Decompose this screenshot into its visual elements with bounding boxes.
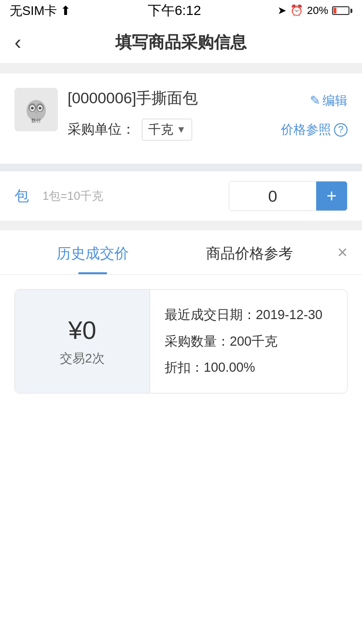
alarm-icon: ⏰: [290, 4, 303, 17]
close-button[interactable]: ×: [328, 244, 348, 261]
svg-point-5: [31, 107, 34, 110]
product-info: [0000006]手撕面包 ✎ 编辑 采购单位： 千克 ▼ 价格参照 ?: [68, 88, 348, 140]
trade-card: ¥0 交易2次 最近成交日期：2019-12-30 采购数量：200千克 折扣：…: [14, 289, 348, 393]
trade-recent-date: 最近成交日期：2019-12-30: [165, 305, 333, 325]
status-right: ➤ ⏰ 20%: [278, 4, 352, 17]
trade-card-left: ¥0 交易2次: [15, 290, 150, 393]
section-divider: [0, 164, 362, 171]
location-icon: ➤: [278, 4, 286, 17]
nav-bar: ‹ 填写商品采购信息: [0, 21, 362, 64]
quantity-input[interactable]: [229, 182, 316, 210]
product-header: 数付 [0000006]手撕面包 ✎ 编辑 采购单位： 千克 ▼: [14, 88, 348, 140]
page-title: 填写商品采购信息: [115, 31, 247, 54]
status-bar: 无SIM卡 ⬆ 下午6:12 ➤ ⏰ 20%: [0, 0, 362, 21]
price-ref-link[interactable]: 价格参照 ?: [281, 121, 348, 138]
trade-price: ¥0: [69, 315, 97, 345]
trade-discount: 折扣：100.00%: [165, 358, 333, 378]
product-name: [0000006]手撕面包: [68, 88, 198, 109]
trade-card-right: 最近成交日期：2019-12-30 采购数量：200千克 折扣：100.00%: [150, 290, 347, 393]
quantity-control: +: [229, 181, 348, 211]
tabs-section: 历史成交价 商品价格参考 × ¥0 交易2次 最近成交日期：2019-12-30…: [0, 230, 362, 644]
tab-history-price[interactable]: 历史成交价: [14, 230, 171, 274]
back-button[interactable]: ‹: [14, 26, 26, 59]
status-time: 下午6:12: [148, 1, 201, 20]
chevron-down-icon: ▼: [176, 124, 186, 135]
quantity-unit-hint: 1包=10千克: [42, 188, 103, 204]
svg-point-6: [39, 107, 42, 110]
help-icon[interactable]: ?: [334, 123, 348, 137]
unit-label: 采购单位：: [68, 122, 135, 137]
quantity-add-button[interactable]: +: [316, 182, 347, 210]
trade-count: 交易2次: [60, 350, 104, 367]
status-left: 无SIM卡 ⬆: [10, 2, 71, 19]
svg-text:数付: 数付: [31, 118, 41, 123]
tab-product-price-ref[interactable]: 商品价格参考: [171, 230, 327, 274]
quantity-row: 包 1包=10千克 +: [0, 171, 362, 221]
trade-purchase-qty: 采购数量：200千克: [165, 332, 333, 351]
product-unit-row: 采购单位： 千克 ▼ 价格参照 ?: [68, 119, 348, 140]
battery-icon: [332, 6, 352, 15]
sim-text: 无SIM卡 ⬆: [10, 2, 71, 19]
content-body: [0, 393, 362, 644]
quantity-unit-label: 包: [14, 186, 29, 206]
product-section: 数付 [0000006]手撕面包 ✎ 编辑 采购单位： 千克 ▼: [0, 73, 362, 164]
edit-link[interactable]: ✎ 编辑: [310, 92, 348, 109]
product-thumbnail: 数付: [14, 88, 58, 131]
battery-percent: 20%: [307, 4, 328, 17]
product-logo-icon: 数付: [22, 95, 51, 124]
unit-select[interactable]: 千克 ▼: [142, 119, 192, 140]
product-top-row: [0000006]手撕面包 ✎ 编辑: [68, 88, 348, 113]
edit-icon: ✎: [310, 93, 320, 108]
unit-select-group: 采购单位： 千克 ▼: [68, 119, 192, 140]
tabs-header: 历史成交价 商品价格参考 ×: [0, 230, 362, 275]
